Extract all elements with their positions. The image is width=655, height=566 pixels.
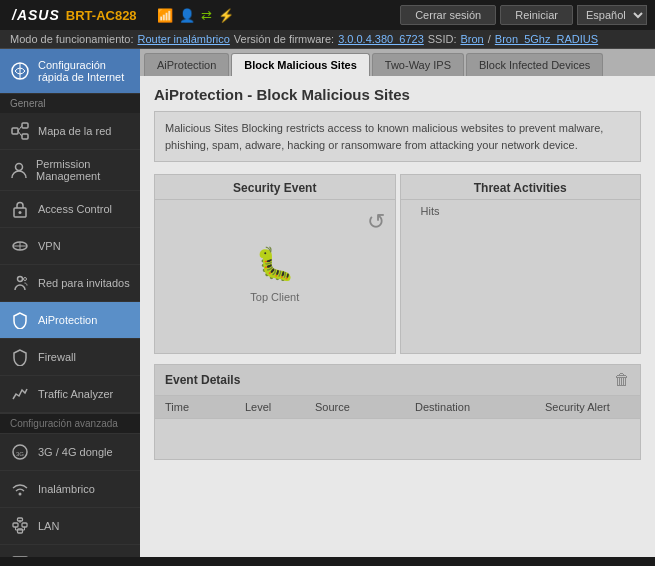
- sidebar-item-lan[interactable]: LAN: [0, 508, 140, 545]
- threat-activities-inner: [401, 222, 641, 370]
- sidebar-item-3g-dongle[interactable]: 3G 3G / 4G dongle: [0, 434, 140, 471]
- sidebar-item-access-control[interactable]: Access Control: [0, 191, 140, 228]
- hits-label: Hits: [411, 199, 450, 219]
- svg-rect-2: [12, 128, 18, 134]
- guest-network-icon: [10, 273, 30, 293]
- 3g-dongle-label: 3G / 4G dongle: [38, 446, 113, 458]
- firewall-label: Firewall: [38, 351, 76, 363]
- svg-rect-25: [18, 518, 23, 521]
- svg-rect-3: [22, 123, 28, 128]
- col-security-alert: Security Alert: [545, 401, 630, 413]
- 3g-dongle-icon: 3G: [10, 442, 30, 462]
- firmware-link[interactable]: 3.0.0.4.380_6723: [338, 33, 424, 45]
- col-time: Time: [165, 401, 245, 413]
- permission-mgmt-label: Permission Management: [36, 158, 130, 182]
- quick-internet-icon: [10, 60, 30, 82]
- vpn-icon: [10, 236, 30, 256]
- event-table-body: [155, 419, 640, 459]
- sidebar-item-traffic-analyzer[interactable]: Traffic Analyzer: [0, 376, 140, 413]
- vpn-label: VPN: [38, 240, 61, 252]
- power-icon: ⚡: [218, 8, 234, 23]
- model-name: BRT-AC828: [66, 8, 137, 23]
- description-box: Malicious Sites Blocking restricts acces…: [154, 111, 641, 162]
- quick-internet-label: Configuración rápida de Internet: [38, 59, 130, 83]
- ssid-label: SSID:: [428, 33, 457, 45]
- svg-rect-4: [22, 134, 28, 139]
- header: /ASUS BRT-AC828 📶 👤 ⇄ ⚡ Cerrar sesión Re…: [0, 0, 655, 30]
- sidebar-item-aiprotection[interactable]: AiProtection: [0, 302, 140, 339]
- tab-aiprotection[interactable]: AiProtection: [144, 53, 229, 76]
- col-destination: Destination: [415, 401, 545, 413]
- tabs-bar: AiProtection Block Malicious Sites Two-W…: [140, 49, 655, 76]
- logo-area: /ASUS BRT-AC828: [8, 7, 141, 23]
- sidebar-item-vpn[interactable]: VPN: [0, 228, 140, 265]
- sidebar-item-guest-network[interactable]: Red para invitados: [0, 265, 140, 302]
- network-map-icon: [10, 121, 30, 141]
- sidebar-item-permission-mgmt[interactable]: Permission Management: [0, 150, 140, 191]
- language-select[interactable]: Español: [577, 5, 647, 25]
- tab-block-infected[interactable]: Block Infected Devices: [466, 53, 603, 76]
- ssid-separator: /: [488, 33, 491, 45]
- access-control-label: Access Control: [38, 203, 112, 215]
- inner-content: AiProtection - Block Malicious Sites Mal…: [140, 76, 655, 557]
- sidebar-item-firewall[interactable]: Firewall: [0, 339, 140, 376]
- svg-rect-18: [13, 523, 18, 527]
- event-details-title: Event Details: [165, 373, 240, 387]
- ssid2-link[interactable]: Bron_5Ghz_RADIUS: [495, 33, 598, 45]
- logout-button[interactable]: Cerrar sesión: [400, 5, 496, 25]
- aiprotection-label: AiProtection: [38, 314, 97, 326]
- ssid1-link[interactable]: Bron: [461, 33, 484, 45]
- svg-text:3G: 3G: [16, 451, 24, 457]
- wireless-label: Inalámbrico: [38, 483, 95, 495]
- threat-activities-title: Threat Activities: [401, 175, 641, 200]
- trash-icon[interactable]: 🗑: [614, 371, 630, 389]
- tab-block-malicious[interactable]: Block Malicious Sites: [231, 53, 369, 76]
- lan-icon: [10, 516, 30, 536]
- header-icons: 📶 👤 ⇄ ⚡: [157, 8, 234, 23]
- traffic-analyzer-icon: [10, 384, 30, 404]
- security-event-panel: Security Event 🐛 Top Client ↺: [154, 174, 396, 354]
- sidebar-section-advanced: Configuración avanzada: [0, 413, 140, 434]
- mode-label: Modo de funcionamiento:: [10, 33, 134, 45]
- firmware-label: Versión de firmware:: [234, 33, 334, 45]
- page-title: AiProtection - Block Malicious Sites: [154, 86, 641, 103]
- tab-two-way-ips[interactable]: Two-Way IPS: [372, 53, 464, 76]
- network-map-label: Mapa de la red: [38, 125, 111, 137]
- refresh-icon[interactable]: ↺: [367, 209, 385, 235]
- charts-row: Security Event 🐛 Top Client ↺ Threat Act…: [154, 174, 641, 354]
- svg-point-14: [24, 278, 27, 281]
- firewall-icon: [10, 347, 30, 367]
- wifi-icon: 📶: [157, 8, 173, 23]
- transfer-icon: ⇄: [201, 8, 212, 23]
- header-buttons: Cerrar sesión Reiniciar Español: [400, 5, 647, 25]
- access-control-icon: [10, 199, 30, 219]
- sidebar-item-network-map[interactable]: Mapa de la red: [0, 113, 140, 150]
- main-layout: Configuración rápida de Internet General…: [0, 49, 655, 557]
- restart-button[interactable]: Reiniciar: [500, 5, 573, 25]
- bug-icon: 🐛: [255, 245, 295, 283]
- asus-logo: /ASUS: [12, 7, 60, 23]
- event-table-header: Time Level Source Destination Security A…: [155, 396, 640, 419]
- svg-point-13: [18, 277, 23, 282]
- sidebar: Configuración rápida de Internet General…: [0, 49, 140, 557]
- sidebar-item-quick-internet[interactable]: Configuración rápida de Internet: [0, 49, 140, 93]
- user-icon: 👤: [179, 8, 195, 23]
- col-source: Source: [315, 401, 415, 413]
- vlan-icon: [10, 553, 30, 557]
- mode-link[interactable]: Router inalámbrico: [138, 33, 230, 45]
- info-bar: Modo de funcionamiento: Router inalámbri…: [0, 30, 655, 49]
- event-details-panel: Event Details 🗑 Time Level Source Destin…: [154, 364, 641, 460]
- svg-point-9: [19, 211, 22, 214]
- threat-activities-panel: Threat Activities Hits: [400, 174, 642, 354]
- sidebar-item-wireless[interactable]: Inalámbrico: [0, 471, 140, 508]
- guest-network-label: Red para invitados: [38, 277, 130, 289]
- svg-point-17: [19, 493, 22, 496]
- svg-point-7: [16, 164, 23, 171]
- sidebar-item-vlan[interactable]: VLAN: [0, 545, 140, 557]
- sidebar-section-general: General: [0, 93, 140, 113]
- top-client-label: Top Client: [250, 291, 299, 303]
- lan-label: LAN: [38, 520, 59, 532]
- col-level: Level: [245, 401, 315, 413]
- aiprotection-icon: [10, 310, 30, 330]
- wireless-icon: [10, 479, 30, 499]
